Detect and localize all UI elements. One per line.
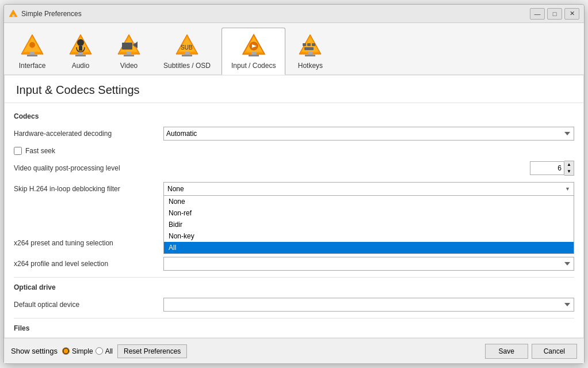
app-icon (9, 9, 18, 18)
svg-text:SUB: SUB (181, 44, 193, 51)
skip-filter-row: Skip H.264 in-loop deblocking filter Non… (14, 181, 574, 196)
skip-option-all[interactable]: All (164, 242, 574, 253)
skip-option-nonref[interactable]: Non-ref (164, 207, 574, 219)
skip-filter-control: None None Non-ref Bidir Non-key All (163, 182, 574, 196)
interface-icon (18, 32, 46, 59)
svg-rect-10 (75, 55, 86, 56)
save-button[interactable]: Save (485, 344, 528, 359)
svg-rect-5 (27, 55, 37, 56)
optical-section-header: Optical drive (14, 283, 574, 291)
window-title: Simple Preferences (21, 10, 530, 18)
subtitles-label: Subtitles / OSD (163, 62, 211, 70)
video-quality-spinner: ▲ ▼ (564, 161, 574, 176)
codecs-divider (14, 277, 574, 278)
video-quality-up[interactable]: ▲ (564, 161, 574, 168)
video-quality-row: Video quality post-processing level ▲ ▼ (14, 161, 574, 176)
nav-item-interface[interactable]: Interface (9, 28, 56, 74)
hotkeys-label: Hotkeys (298, 62, 323, 70)
footer-left: Show settings Simple All Reset Preferenc… (11, 344, 480, 358)
footer: Show settings Simple All Reset Preferenc… (4, 338, 584, 363)
cancel-button[interactable]: Cancel (532, 344, 577, 359)
video-quality-input[interactable] (530, 161, 564, 175)
optical-device-select[interactable] (163, 298, 574, 312)
svg-point-6 (29, 42, 35, 48)
input-icon (240, 32, 268, 59)
x264-profile-control: None Baseline (163, 257, 574, 271)
reset-button[interactable]: Reset Preferences (117, 344, 187, 358)
minimize-button[interactable]: — (530, 8, 545, 20)
footer-right: Save Cancel (485, 344, 577, 359)
hw-decoding-control: Automatic DirectX VA 2.0 DirectX 11 NVID… (163, 127, 574, 141)
svg-point-11 (77, 39, 84, 46)
skip-option-bidir[interactable]: Bidir (164, 219, 574, 230)
subtitles-icon: SUB (173, 32, 201, 59)
svg-rect-16 (124, 55, 134, 56)
video-quality-control: ▲ ▼ (163, 161, 574, 176)
nav-item-subtitles[interactable]: SUB Subtitles / OSD (154, 28, 220, 74)
hw-decoding-row: Hardware-accelerated decoding Automatic … (14, 126, 574, 141)
skip-option-none[interactable]: None (164, 196, 574, 207)
optical-device-row: Default optical device (14, 297, 574, 312)
codecs-section-header: Codecs (14, 112, 574, 120)
x264-preset-label: x264 preset and tuning selection (14, 239, 163, 247)
video-quality-label: Video quality post-processing level (14, 164, 163, 172)
video-label: Video (120, 62, 138, 70)
optical-device-label: Default optical device (14, 301, 163, 309)
audio-icon (67, 32, 94, 59)
main-window: Simple Preferences — □ ✕ Interface (3, 4, 585, 364)
svg-rect-34 (305, 55, 315, 56)
all-label[interactable]: All (105, 347, 113, 355)
x264-profile-label: x264 profile and level selection (14, 260, 163, 268)
svg-rect-28 (249, 55, 259, 56)
maximize-button[interactable]: □ (547, 8, 562, 20)
svg-rect-12 (79, 46, 82, 51)
fast-seek-checkbox[interactable] (14, 147, 22, 155)
simple-radio[interactable] (62, 347, 70, 355)
files-section-header: Files (14, 324, 574, 332)
input-label: Input / Codecs (231, 62, 276, 70)
content-area: Input & Codecs Settings Codecs Hardware-… (4, 75, 584, 338)
show-settings-label: Show settings (11, 347, 58, 355)
svg-rect-38 (304, 47, 314, 50)
svg-rect-23 (182, 55, 192, 56)
skip-filter-wrapper: None None Non-ref Bidir Non-key All (163, 182, 574, 196)
nav-item-audio[interactable]: Audio (57, 28, 104, 74)
all-radio[interactable] (96, 347, 103, 355)
nav-item-input[interactable]: Input / Codecs (222, 28, 285, 75)
svg-rect-1 (12, 14, 14, 17)
nav-bar: Interface Audio (4, 23, 584, 75)
svg-rect-37 (312, 43, 315, 46)
fast-seek-label[interactable]: Fast seek (25, 147, 55, 155)
skip-option-nonkey[interactable]: Non-key (164, 230, 574, 242)
video-quality-down[interactable]: ▼ (564, 168, 574, 175)
interface-label: Interface (19, 62, 46, 70)
nav-item-hotkeys[interactable]: Hotkeys (287, 28, 334, 74)
video-icon (115, 32, 143, 59)
optical-device-control (163, 298, 574, 312)
skip-filter-list: None Non-ref Bidir Non-key All (163, 195, 574, 254)
settings-mode-group: Simple All (62, 347, 113, 355)
scrollable-content: Codecs Hardware-accelerated decoding Aut… (5, 103, 583, 337)
svg-rect-36 (307, 43, 311, 46)
close-button[interactable]: ✕ (564, 8, 579, 20)
nav-item-video[interactable]: Video (105, 28, 152, 74)
svg-rect-35 (303, 43, 306, 46)
hotkeys-icon (296, 32, 324, 59)
skip-filter-selected[interactable]: None (163, 182, 574, 196)
titlebar: Simple Preferences — □ ✕ (4, 5, 584, 23)
hw-decoding-select[interactable]: Automatic DirectX VA 2.0 DirectX 11 NVID… (163, 127, 574, 141)
audio-label: Audio (72, 62, 90, 70)
skip-filter-label: Skip H.264 in-loop deblocking filter (14, 185, 163, 193)
optical-divider (14, 318, 574, 318)
simple-label[interactable]: Simple (72, 347, 93, 355)
hw-decoding-label: Hardware-accelerated decoding (14, 130, 163, 138)
svg-rect-17 (122, 43, 132, 50)
window-controls: — □ ✕ (530, 8, 579, 20)
x264-profile-row: x264 profile and level selection None Ba… (14, 256, 574, 271)
page-title: Input & Codecs Settings (5, 75, 583, 103)
x264-profile-select[interactable]: None Baseline (163, 257, 574, 271)
fast-seek-row: Fast seek (14, 147, 574, 155)
